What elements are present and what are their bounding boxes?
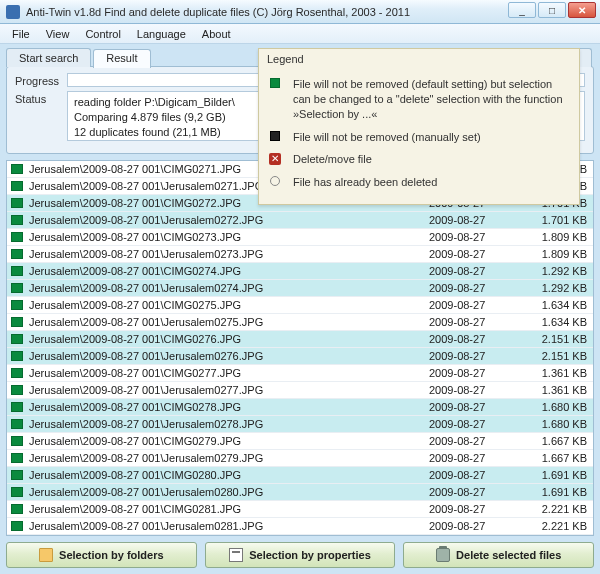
- file-row[interactable]: Jerusalem\2009-08-27 001\Jerusalem0276.J…: [7, 348, 593, 365]
- file-row[interactable]: Jerusalem\2009-08-27 001\Jerusalem0275.J…: [7, 314, 593, 331]
- marker-green-icon[interactable]: [11, 385, 23, 395]
- marker-green-icon[interactable]: [11, 436, 23, 446]
- file-date: 2009-08-27: [429, 350, 515, 362]
- file-date: 2009-08-27: [429, 231, 515, 243]
- close-button[interactable]: ✕: [568, 2, 596, 18]
- marker-green-icon[interactable]: [11, 283, 23, 293]
- file-row[interactable]: Jerusalem\2009-08-27 001\Jerusalem0272.J…: [7, 212, 593, 229]
- marker-black-icon: [270, 131, 280, 141]
- marker-green-icon[interactable]: [11, 504, 23, 514]
- marker-green-icon[interactable]: [11, 470, 23, 480]
- file-row[interactable]: Jerusalem\2009-08-27 001\CIMG0276.JPG200…: [7, 331, 593, 348]
- tab-result[interactable]: Result: [93, 49, 150, 68]
- file-row[interactable]: Jerusalem\2009-08-27 001\Jerusalem0279.J…: [7, 450, 593, 467]
- marker-green-icon[interactable]: [11, 487, 23, 497]
- file-row[interactable]: Jerusalem\2009-08-27 001\CIMG0273.JPG200…: [7, 229, 593, 246]
- delete-selected-files-button[interactable]: Delete selected files: [403, 542, 594, 568]
- file-list[interactable]: Jerusalem\2009-08-27 001\CIMG0271.JPGKBJ…: [6, 160, 594, 536]
- file-path: Jerusalem\2009-08-27 001\CIMG0278.JPG: [29, 401, 429, 413]
- marker-green-icon[interactable]: [11, 453, 23, 463]
- file-row[interactable]: Jerusalem\2009-08-27 001\CIMG0279.JPG200…: [7, 433, 593, 450]
- file-path: Jerusalem\2009-08-27 001\CIMG0281.JPG: [29, 503, 429, 515]
- menu-about[interactable]: About: [194, 26, 239, 42]
- window-title: Anti-Twin v1.8d Find and delete duplicat…: [26, 6, 410, 18]
- file-size: 2.221 KB: [515, 520, 587, 532]
- marker-green-icon[interactable]: [11, 317, 23, 327]
- file-size: 1.667 KB: [515, 452, 587, 464]
- file-date: 2009-08-27: [429, 299, 515, 311]
- app-icon: [6, 5, 20, 19]
- file-path: Jerusalem\2009-08-27 001\Jerusalem0277.J…: [29, 384, 429, 396]
- file-size: 1.809 KB: [515, 248, 587, 260]
- file-size: 1.361 KB: [515, 367, 587, 379]
- file-row[interactable]: Jerusalem\2009-08-27 001\Jerusalem0280.J…: [7, 484, 593, 501]
- file-path: Jerusalem\2009-08-27 001\Jerusalem0274.J…: [29, 282, 429, 294]
- marker-green-icon[interactable]: [11, 181, 23, 191]
- menu-control[interactable]: Control: [77, 26, 128, 42]
- marker-empty-icon: [270, 176, 280, 186]
- marker-green-icon[interactable]: [11, 198, 23, 208]
- file-row[interactable]: Jerusalem\2009-08-27 001\CIMG0277.JPG200…: [7, 365, 593, 382]
- marker-green-icon[interactable]: [11, 249, 23, 259]
- file-size: 1.292 KB: [515, 265, 587, 277]
- marker-green-icon[interactable]: [11, 351, 23, 361]
- maximize-button[interactable]: □: [538, 2, 566, 18]
- file-date: 2009-08-27: [429, 384, 515, 396]
- file-path: Jerusalem\2009-08-27 001\CIMG0275.JPG: [29, 299, 429, 311]
- file-row[interactable]: Jerusalem\2009-08-27 001\Jerusalem0274.J…: [7, 280, 593, 297]
- marker-green-icon: [270, 78, 280, 88]
- marker-green-icon[interactable]: [11, 164, 23, 174]
- menu-view[interactable]: View: [38, 26, 78, 42]
- file-date: 2009-08-27: [429, 214, 515, 226]
- file-date: 2009-08-27: [429, 316, 515, 328]
- file-size: 2.221 KB: [515, 503, 587, 515]
- file-row[interactable]: Jerusalem\2009-08-27 001\Jerusalem0277.J…: [7, 382, 593, 399]
- file-date: 2009-08-27: [429, 282, 515, 294]
- file-row[interactable]: Jerusalem\2009-08-27 001\CIMG0281.JPG200…: [7, 501, 593, 518]
- marker-green-icon[interactable]: [11, 266, 23, 276]
- file-row[interactable]: Jerusalem\2009-08-27 001\Jerusalem0278.J…: [7, 416, 593, 433]
- file-size: 1.701 KB: [515, 214, 587, 226]
- file-date: 2009-08-27: [429, 503, 515, 515]
- file-date: 2009-08-27: [429, 418, 515, 430]
- file-date: 2009-08-27: [429, 486, 515, 498]
- marker-green-icon[interactable]: [11, 300, 23, 310]
- selection-by-properties-button[interactable]: Selection by properties: [205, 542, 396, 568]
- file-date: 2009-08-27: [429, 265, 515, 277]
- selection-by-folders-button[interactable]: Selection by folders: [6, 542, 197, 568]
- file-date: 2009-08-27: [429, 333, 515, 345]
- legend-text-4: File has already been deleted: [293, 175, 437, 190]
- marker-green-icon[interactable]: [11, 334, 23, 344]
- minimize-button[interactable]: _: [508, 2, 536, 18]
- file-size: 1.292 KB: [515, 282, 587, 294]
- tab-start-search[interactable]: Start search: [6, 48, 91, 67]
- file-row[interactable]: Jerusalem\2009-08-27 001\CIMG0275.JPG200…: [7, 297, 593, 314]
- file-path: Jerusalem\2009-08-27 001\CIMG0277.JPG: [29, 367, 429, 379]
- menu-language[interactable]: Language: [129, 26, 194, 42]
- menubar: File View Control Language About: [0, 24, 600, 44]
- file-path: Jerusalem\2009-08-27 001\CIMG0274.JPG: [29, 265, 429, 277]
- file-path: Jerusalem\2009-08-27 001\Jerusalem0276.J…: [29, 350, 429, 362]
- marker-green-icon[interactable]: [11, 368, 23, 378]
- marker-green-icon[interactable]: [11, 419, 23, 429]
- file-row[interactable]: Jerusalem\2009-08-27 001\CIMG0278.JPG200…: [7, 399, 593, 416]
- file-date: 2009-08-27: [429, 367, 515, 379]
- file-size: 1.691 KB: [515, 469, 587, 481]
- marker-green-icon[interactable]: [11, 215, 23, 225]
- marker-green-icon[interactable]: [11, 402, 23, 412]
- trashcan-icon: [436, 548, 450, 562]
- marker-green-icon[interactable]: [11, 232, 23, 242]
- file-row[interactable]: Jerusalem\2009-08-27 001\Jerusalem0273.J…: [7, 246, 593, 263]
- file-size: 1.634 KB: [515, 316, 587, 328]
- marker-green-icon[interactable]: [11, 521, 23, 531]
- file-size: 1.680 KB: [515, 401, 587, 413]
- selection-by-folders-label: Selection by folders: [59, 549, 164, 561]
- file-row[interactable]: Jerusalem\2009-08-27 001\CIMG0274.JPG200…: [7, 263, 593, 280]
- file-row[interactable]: Jerusalem\2009-08-27 001\CIMG0280.JPG200…: [7, 467, 593, 484]
- file-size: 1.634 KB: [515, 299, 587, 311]
- file-row[interactable]: Jerusalem\2009-08-27 001\Jerusalem0281.J…: [7, 518, 593, 535]
- file-date: 2009-08-27: [429, 248, 515, 260]
- file-size: 1.680 KB: [515, 418, 587, 430]
- menu-file[interactable]: File: [4, 26, 38, 42]
- legend-text-2: File will not be removed (manually set): [293, 130, 481, 145]
